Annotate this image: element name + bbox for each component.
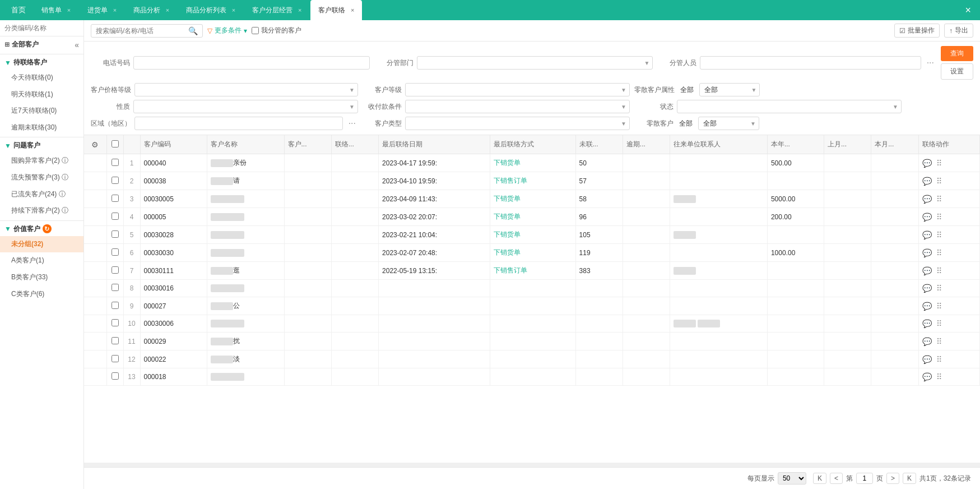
section-waiting-contact[interactable]: ▼ 待联络客户 bbox=[0, 56, 83, 70]
sidebar-item-today[interactable]: 今天待联络(0) bbox=[0, 70, 83, 86]
sidebar-item-classA[interactable]: A类客户(1) bbox=[0, 252, 83, 269]
last-page-btn[interactable]: K bbox=[903, 473, 916, 484]
filter-dept-select[interactable] bbox=[417, 56, 653, 70]
filter-nature-select[interactable] bbox=[133, 100, 358, 113]
last-contact-method-col-header[interactable]: 最后联络方式 bbox=[490, 135, 575, 154]
row-checkbox-cell[interactable] bbox=[106, 262, 123, 280]
filter-price-select[interactable] bbox=[134, 83, 358, 96]
filter-region-input[interactable] bbox=[134, 117, 343, 130]
prev-page-btn[interactable]: < bbox=[830, 473, 843, 484]
row-checkbox[interactable] bbox=[112, 248, 119, 256]
search-input[interactable] bbox=[96, 27, 186, 35]
sidebar-item-tomorrow[interactable]: 明天待联络(1) bbox=[0, 86, 83, 103]
last-contact-method-cell[interactable]: 下销货单 bbox=[490, 154, 575, 172]
row-checkbox-cell[interactable] bbox=[106, 297, 123, 315]
last-contact-method-cell[interactable] bbox=[490, 297, 575, 315]
checkbox-col-header[interactable] bbox=[106, 135, 123, 154]
page-size-select[interactable]: 50 20 100 bbox=[778, 472, 806, 485]
last-contact-method-cell[interactable]: 下销售订单 bbox=[490, 172, 575, 190]
next-page-btn[interactable]: > bbox=[886, 473, 899, 484]
last-contact-method-cell[interactable]: 下销售订单 bbox=[490, 262, 575, 280]
last-month-col-header[interactable]: 上月... bbox=[824, 135, 871, 154]
more-action-icon[interactable]: ⠿ bbox=[936, 248, 942, 257]
close-product-analysis-tab-icon[interactable]: × bbox=[166, 7, 169, 13]
more-conditions-btn[interactable]: ▽ 更多条件 ▾ bbox=[207, 26, 247, 35]
row-checkbox[interactable] bbox=[112, 159, 119, 166]
sidebar-item-classC[interactable]: C类客户(6) bbox=[0, 286, 83, 303]
section-value-customers[interactable]: ▼ 价值客户 ↻ bbox=[0, 222, 83, 236]
sidebar-item-7days[interactable]: 近7天待联络(0) bbox=[0, 103, 83, 119]
more-action-icon[interactable]: ⠿ bbox=[936, 355, 942, 364]
nav-tab-customer-tier[interactable]: 客户分层经营 × bbox=[244, 0, 309, 20]
last-contact-method-cell[interactable] bbox=[490, 315, 575, 333]
first-page-btn[interactable]: K bbox=[813, 473, 826, 484]
unit-contact-col-header[interactable]: 往来单位联系人 bbox=[670, 135, 768, 154]
row-checkbox-cell[interactable] bbox=[106, 154, 123, 172]
row-checkbox[interactable] bbox=[112, 230, 119, 238]
my-customers-check[interactable] bbox=[252, 27, 259, 34]
filter-customer-type-select[interactable] bbox=[405, 117, 630, 130]
export-btn[interactable]: ↑ 导出 bbox=[944, 24, 973, 38]
all-customers-header[interactable]: ⊞ 全部客户 « bbox=[0, 36, 83, 53]
select-all-checkbox[interactable] bbox=[112, 140, 119, 147]
phone-action-icon[interactable]: 💬 bbox=[922, 195, 932, 204]
contact-method-link[interactable]: 下销货单 bbox=[494, 159, 521, 167]
phone-action-icon[interactable]: 💬 bbox=[922, 372, 932, 381]
row-checkbox[interactable] bbox=[112, 177, 119, 184]
row-checkbox-cell[interactable] bbox=[106, 208, 123, 226]
more-action-icon[interactable]: ⠿ bbox=[936, 177, 942, 186]
more-action-icon[interactable]: ⠿ bbox=[936, 372, 942, 381]
close-purchase-tab-icon[interactable]: × bbox=[113, 7, 117, 13]
section-problem-customers[interactable]: ▼ 问题客户 bbox=[0, 139, 83, 153]
batch-operations-btn[interactable]: ☑ 批量操作 bbox=[894, 24, 940, 38]
row-checkbox-cell[interactable] bbox=[106, 350, 123, 368]
customer-table-container[interactable]: ⚙ 客户编码 客户名称 bbox=[84, 135, 980, 463]
last-contact-method-cell[interactable] bbox=[490, 368, 575, 386]
refresh-icon[interactable]: ↻ bbox=[43, 224, 52, 233]
sidebar-item-declining[interactable]: 持续下滑客户(2) ⓘ bbox=[0, 202, 83, 219]
filter-customer-level-select[interactable] bbox=[405, 83, 630, 96]
last-contact-method-cell[interactable] bbox=[490, 333, 575, 350]
more-action-icon[interactable]: ⠿ bbox=[936, 266, 942, 275]
sidebar-item-abnormal[interactable]: 囤购异常客户(2) ⓘ bbox=[0, 153, 83, 169]
phone-action-icon[interactable]: 💬 bbox=[922, 266, 932, 275]
last-contact-method-cell[interactable] bbox=[490, 280, 575, 297]
reset-button[interactable]: 设置 bbox=[941, 63, 973, 80]
phone-action-icon[interactable]: 💬 bbox=[922, 337, 932, 346]
settings-gear-icon[interactable]: ⚙ bbox=[91, 140, 99, 149]
row-checkbox-cell[interactable] bbox=[106, 368, 123, 386]
last-contact-method-cell[interactable]: 下销货单 bbox=[490, 226, 575, 244]
this-year-col-header[interactable]: 本年... bbox=[767, 135, 824, 154]
phone-action-icon[interactable]: 💬 bbox=[922, 302, 932, 311]
code-col-header[interactable]: 客户编码 bbox=[140, 135, 207, 154]
more-action-icon[interactable]: ⠿ bbox=[936, 195, 942, 204]
close-customer-contact-tab-icon[interactable]: × bbox=[351, 7, 354, 13]
close-window-icon[interactable]: × bbox=[960, 4, 976, 16]
phone-action-icon[interactable]: 💬 bbox=[922, 319, 932, 328]
last-contact-method-cell[interactable] bbox=[490, 350, 575, 368]
phone-action-icon[interactable]: 💬 bbox=[922, 213, 932, 222]
row-checkbox[interactable] bbox=[112, 213, 119, 220]
nav-tab-customer-contact[interactable]: 客户联络 × bbox=[310, 0, 362, 20]
search-icon[interactable]: 🔍 bbox=[188, 26, 198, 35]
row-checkbox[interactable] bbox=[112, 266, 119, 274]
more-action-icon[interactable]: ⠿ bbox=[936, 159, 942, 168]
settings-col-header[interactable]: ⚙ bbox=[84, 135, 106, 154]
filter-retail-attr-select[interactable]: 全部 bbox=[699, 83, 760, 96]
row-checkbox[interactable] bbox=[112, 372, 119, 380]
phone-action-icon[interactable]: 💬 bbox=[922, 248, 932, 257]
search-button[interactable]: 查询 bbox=[941, 46, 973, 61]
phone-action-icon[interactable]: 💬 bbox=[922, 159, 932, 168]
contact-method-link[interactable]: 下销售订单 bbox=[494, 266, 527, 274]
close-customer-tier-tab-icon[interactable]: × bbox=[298, 7, 301, 13]
nav-tab-sales[interactable]: 销售单 × bbox=[34, 0, 78, 20]
phone-action-icon[interactable]: 💬 bbox=[922, 355, 932, 364]
row-checkbox[interactable] bbox=[112, 195, 119, 202]
phone-action-icon[interactable]: 💬 bbox=[922, 284, 932, 293]
phone-action-icon[interactable]: 💬 bbox=[922, 177, 932, 186]
my-customers-checkbox[interactable]: 我分管的客户 bbox=[252, 26, 301, 35]
row-checkbox-cell[interactable] bbox=[106, 333, 123, 350]
row-checkbox[interactable] bbox=[112, 302, 119, 309]
filter-payment-select[interactable] bbox=[405, 100, 630, 113]
row-checkbox[interactable] bbox=[112, 284, 119, 291]
